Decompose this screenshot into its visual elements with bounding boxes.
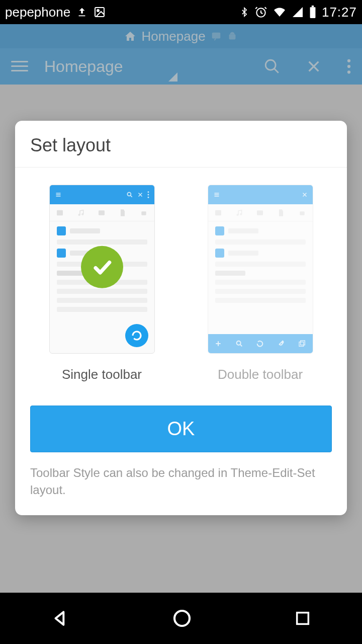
- preview-single: [49, 185, 155, 354]
- option-double-toolbar[interactable]: Double toolbar: [184, 185, 337, 382]
- svg-point-1: [97, 10, 99, 12]
- svg-point-17: [82, 213, 83, 215]
- bluetooth-icon: [239, 6, 249, 19]
- svg-rect-0: [95, 8, 104, 17]
- carrier-label: pepephone: [5, 5, 70, 20]
- fab-refresh-icon: [125, 324, 148, 347]
- ok-button[interactable]: OK: [30, 406, 332, 452]
- svg-point-12: [147, 191, 149, 193]
- battery-icon: [309, 6, 317, 19]
- signal-icon: [292, 6, 304, 18]
- option-double-label: Double toolbar: [218, 367, 303, 382]
- navigation-bar: [0, 593, 362, 644]
- svg-point-14: [147, 197, 149, 198]
- alarm-icon: [254, 6, 267, 19]
- svg-point-21: [237, 214, 238, 215]
- selected-check-icon: [81, 246, 123, 288]
- nav-back-icon[interactable]: [51, 609, 70, 628]
- svg-point-28: [174, 611, 190, 626]
- option-single-label: Single toolbar: [62, 367, 142, 382]
- svg-point-25: [237, 341, 241, 345]
- svg-rect-27: [299, 342, 304, 347]
- nav-recent-icon[interactable]: [294, 610, 311, 627]
- set-layout-dialog: Set layout: [15, 121, 347, 515]
- upload-icon: [76, 7, 87, 18]
- dialog-title: Set layout: [15, 121, 347, 167]
- clock-label: 17:27: [322, 5, 357, 20]
- svg-point-13: [147, 194, 149, 196]
- svg-rect-29: [297, 613, 308, 624]
- option-single-toolbar[interactable]: Single toolbar: [25, 185, 178, 382]
- svg-rect-26: [300, 341, 305, 345]
- svg-rect-3: [310, 7, 316, 18]
- dialog-hint: Toolbar Style can also be changed in The…: [15, 464, 347, 515]
- svg-point-22: [240, 213, 242, 215]
- preview-double: [208, 185, 313, 354]
- svg-rect-18: [99, 210, 105, 215]
- svg-rect-19: [141, 211, 146, 215]
- svg-point-16: [78, 214, 80, 215]
- image-icon: [94, 6, 106, 18]
- wifi-icon: [273, 6, 287, 18]
- svg-point-11: [127, 192, 131, 196]
- svg-rect-24: [300, 211, 304, 215]
- svg-rect-20: [215, 210, 221, 215]
- status-bar: pepephone 17:27: [0, 0, 362, 24]
- svg-rect-23: [257, 210, 263, 215]
- svg-rect-4: [312, 6, 314, 7]
- nav-home-icon[interactable]: [172, 608, 192, 628]
- svg-rect-15: [57, 210, 63, 215]
